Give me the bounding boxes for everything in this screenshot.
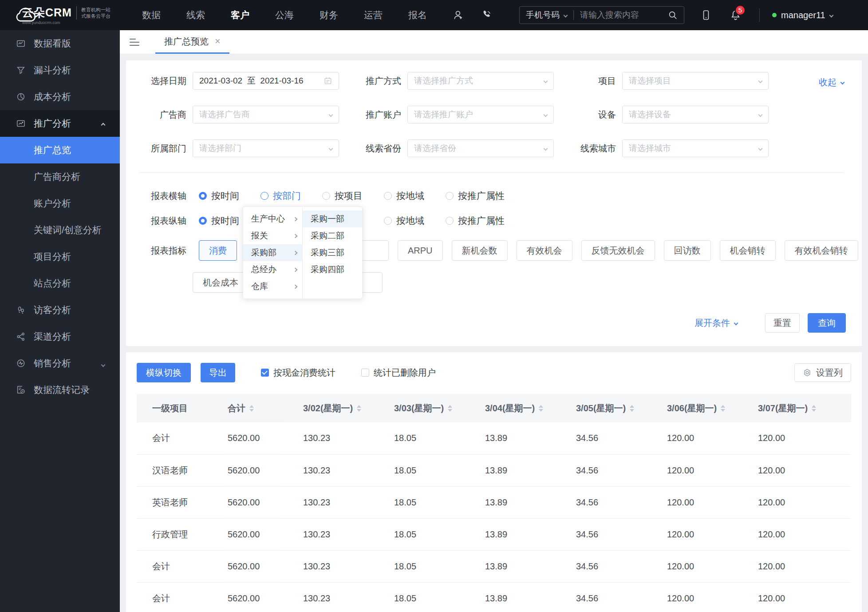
expand-conditions-label: 展开条件 xyxy=(694,317,730,329)
cascader-item-general-office[interactable]: 总经办 xyxy=(243,261,302,278)
switch-axes-button[interactable]: 横纵切换 xyxy=(137,363,191,382)
col-day-header[interactable]: 3/05(星期一) xyxy=(556,394,647,422)
deleted-users-checkbox[interactable]: 统计已删除用户 xyxy=(361,367,436,379)
cell-value: 13.89 xyxy=(465,518,556,550)
cascader-item-customs[interactable]: 报关 xyxy=(243,227,302,244)
indicator-consumption-button[interactable]: 消费 xyxy=(199,240,237,261)
city-select[interactable]: 请选择城市 xyxy=(622,139,769,157)
sidebar-item-visitor-analysis[interactable]: 访客分析 xyxy=(0,297,120,323)
nav-item-signup[interactable]: 报名 xyxy=(408,9,427,21)
cell-value: 13.89 xyxy=(465,550,556,582)
expand-conditions-link[interactable]: 展开条件 xyxy=(694,317,738,329)
mobile-device-icon[interactable] xyxy=(700,9,712,21)
y-radio-by-promotion-attribute[interactable]: 按推广属性 xyxy=(446,215,505,227)
sidebar-subitem-keyword-creative-analysis[interactable]: 关键词/创意分析 xyxy=(0,217,120,243)
sidebar-item-promotion-analysis[interactable]: 推广分析 xyxy=(0,110,120,137)
sidebar-item-channel-analysis[interactable]: 渠道分析 xyxy=(0,323,120,350)
cascader-level-1: 生产中心 报关 采购部 总经办 仓库 xyxy=(243,207,303,298)
sidebar: 数据看版 漏斗分析 成本分析 推广分析 推广总览 广告商分析 账户分析 xyxy=(0,30,120,612)
tab-close-icon[interactable]: × xyxy=(215,36,221,46)
brand-logo[interactable]: 云朵CRM 教育机构一站 式服务云平台 www.yunduocrm.com xyxy=(0,5,120,25)
sidebar-item-data-flow-records[interactable]: 数据流转记录 xyxy=(0,377,120,403)
sort-icon[interactable] xyxy=(448,405,452,412)
user-menu[interactable]: manager11 xyxy=(772,10,848,20)
reset-button[interactable]: 重置 xyxy=(765,313,800,333)
cascader-item-purchasing-2[interactable]: 采购二部 xyxy=(303,227,362,244)
phone-handset-icon[interactable] xyxy=(481,9,493,21)
sidebar-item-sales-analysis[interactable]: 销售分析 xyxy=(0,350,120,377)
cell-value: 130.23 xyxy=(283,582,374,612)
x-radio-by-time[interactable]: 按时间 xyxy=(199,190,239,202)
sidebar-subitem-account-analysis[interactable]: 账户分析 xyxy=(0,190,120,217)
search-icon[interactable] xyxy=(668,10,678,20)
cascader-item-production-center[interactable]: 生产中心 xyxy=(243,211,302,227)
col-total-header[interactable]: 合计 xyxy=(212,394,283,422)
sort-icon[interactable] xyxy=(721,405,725,412)
y-radio-by-time[interactable]: 按时间 xyxy=(199,215,239,227)
cascader-item-purchasing-4[interactable]: 采购四部 xyxy=(303,261,362,278)
indicator-feedback-invalid-button[interactable]: 反馈无效机会 xyxy=(581,240,655,261)
department-cascader-menu: 生产中心 报关 采购部 总经办 仓库 采购一部 采购二部 采购三部 xyxy=(243,207,363,299)
indicator-new-opportunities-button[interactable]: 新机会数 xyxy=(452,240,508,261)
tab-promotion-overview[interactable]: 推广总预览 × xyxy=(155,30,229,54)
nav-item-customers[interactable]: 客户 xyxy=(231,9,249,21)
sidebar-subitem-site-analysis[interactable]: 站点分析 xyxy=(0,270,120,297)
promotion-method-select[interactable]: 请选择推广方式 xyxy=(407,72,554,90)
sidebar-item-cost-analysis[interactable]: 成本分析 xyxy=(0,83,120,110)
search-category-select[interactable]: 手机号码 xyxy=(526,9,567,21)
nav-item-data[interactable]: 数据 xyxy=(142,9,161,21)
cascader-item-purchasing-1[interactable]: 采购一部 xyxy=(303,211,362,227)
x-radio-by-promotion-attribute[interactable]: 按推广属性 xyxy=(446,190,505,202)
col-day-header[interactable]: 3/02(星期一) xyxy=(283,394,374,422)
cash-consumption-checkbox[interactable]: 按现金消费统计 xyxy=(261,367,335,379)
column-settings-button[interactable]: 设置列 xyxy=(794,363,851,382)
x-radio-by-region[interactable]: 按地域 xyxy=(384,190,424,202)
sort-icon[interactable] xyxy=(357,405,361,412)
collapse-menu-icon[interactable] xyxy=(130,30,139,54)
col-day-header[interactable]: 3/07(星期一) xyxy=(738,394,829,422)
sidebar-item-funnel-analysis[interactable]: 漏斗分析 xyxy=(0,57,120,83)
project-select[interactable]: 请选择项目 xyxy=(622,72,769,90)
y-radio-by-region[interactable]: 按地域 xyxy=(384,215,424,227)
sort-icon[interactable] xyxy=(539,405,543,412)
report-indicator-label: 报表指标 xyxy=(138,245,186,257)
department-select[interactable]: 请选择部门 xyxy=(193,139,339,157)
sidebar-subitem-project-analysis[interactable]: 项目分析 xyxy=(0,243,120,270)
nav-item-public-pool[interactable]: 公海 xyxy=(275,9,294,21)
search-input[interactable] xyxy=(580,10,668,20)
date-range-field[interactable]: 2021-03-02 至 2021-03-16 xyxy=(193,72,339,90)
sort-icon[interactable] xyxy=(249,405,254,412)
indicator-opportunity-conversion-button[interactable]: 机会销转 xyxy=(720,240,776,261)
collapse-filters-link[interactable]: 收起 xyxy=(819,76,844,88)
x-radio-by-project[interactable]: 按项目 xyxy=(322,190,363,202)
sidebar-item-dashboard[interactable]: 数据看版 xyxy=(0,30,120,57)
indicator-callback-count-button[interactable]: 回访数 xyxy=(664,240,711,261)
indicator-valid-opportunity-conversion-button[interactable]: 有效机会销转 xyxy=(785,240,858,261)
x-radio-by-department[interactable]: 按部门 xyxy=(260,190,301,202)
cascader-item-warehouse[interactable]: 仓库 xyxy=(243,278,302,295)
nav-item-finance[interactable]: 财务 xyxy=(320,9,338,21)
indicator-valid-opportunities-button[interactable]: 有效机会 xyxy=(517,240,572,261)
promotion-account-select[interactable]: 请选择推广账户 xyxy=(407,106,554,123)
cascader-item-purchasing-dept[interactable]: 采购部 xyxy=(243,244,302,261)
add-user-icon[interactable] xyxy=(453,9,464,21)
col-day-header[interactable]: 3/03(星期一) xyxy=(374,394,465,422)
indicator-arpu-button[interactable]: ARPU xyxy=(398,240,443,261)
query-button[interactable]: 查询 xyxy=(808,313,846,333)
sort-icon[interactable] xyxy=(630,405,634,412)
cascader-item-purchasing-3[interactable]: 采购三部 xyxy=(303,244,362,261)
col-day-header[interactable]: 3/06(星期一) xyxy=(647,394,738,422)
province-select[interactable]: 请选择省份 xyxy=(407,139,554,157)
col-day-header[interactable]: 3/04(星期一) xyxy=(465,394,556,422)
sidebar-subitem-advertiser-analysis[interactable]: 广告商分析 xyxy=(0,163,120,190)
device-select[interactable]: 请选择设备 xyxy=(622,106,769,123)
advertiser-select[interactable]: 请选择广告商 xyxy=(193,106,339,123)
nav-item-leads[interactable]: 线索 xyxy=(186,9,205,21)
cell-value: 120.00 xyxy=(647,486,738,518)
sort-icon[interactable] xyxy=(812,405,816,412)
sidebar-subitem-promotion-overview[interactable]: 推广总览 xyxy=(0,137,120,163)
indicator-opportunity-cost-button[interactable]: 机会成本 xyxy=(193,272,249,293)
export-button[interactable]: 导出 xyxy=(201,363,235,382)
notifications[interactable]: 5 xyxy=(730,9,742,21)
nav-item-operations[interactable]: 运营 xyxy=(364,9,383,21)
